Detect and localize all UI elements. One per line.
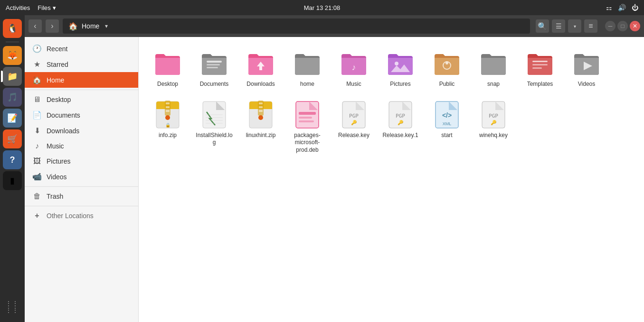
- window-maximize-button[interactable]: □: [617, 21, 628, 31]
- file-icon-videos: [571, 48, 602, 79]
- files-menu-label: Files: [38, 4, 50, 11]
- menu-button[interactable]: ≡: [584, 19, 597, 33]
- svg-point-34: [258, 115, 263, 120]
- file-icon-desktop: [152, 48, 183, 79]
- sidebar-divider-2: [25, 186, 138, 187]
- power-icon[interactable]: ⏻: [632, 4, 638, 11]
- file-item-packages-deb[interactable]: packages-microsoft-prod.deb: [286, 96, 329, 158]
- search-button[interactable]: 🔍: [536, 19, 549, 33]
- dock-icon-text-editor[interactable]: 📝: [3, 109, 22, 128]
- sidebar-item-starred[interactable]: ★ Starred: [25, 56, 138, 72]
- file-label-documents: Documents: [200, 81, 229, 88]
- dock-icon-help[interactable]: ?: [3, 150, 22, 169]
- file-item-start[interactable]: </> XML start: [426, 96, 468, 158]
- view-arrow-button[interactable]: ▾: [568, 19, 581, 33]
- file-icon-snap: [478, 48, 509, 79]
- location-home-icon: 🏠: [68, 22, 78, 31]
- dock-icon-software[interactable]: 🛒: [3, 129, 22, 148]
- location-bar[interactable]: 🏠 Home ▾: [63, 18, 530, 34]
- sidebar-item-downloads[interactable]: ⬇ Downloads: [25, 123, 138, 138]
- window-close-button[interactable]: ✕: [630, 21, 640, 31]
- svg-rect-36: [299, 112, 316, 115]
- sidebar-item-documents[interactable]: 📄 Documents: [25, 107, 138, 123]
- location-text: Home: [82, 22, 99, 30]
- file-label-info-zip: info.zip: [159, 132, 177, 139]
- svg-text:🔒: 🔒: [165, 122, 171, 128]
- sidebar-item-music[interactable]: ♪ Music: [25, 138, 138, 154]
- svg-text:🔑: 🔑: [491, 120, 497, 126]
- activities-button[interactable]: Activities: [6, 4, 30, 11]
- file-area: Desktop Docum: [139, 37, 644, 322]
- svg-text:🔑: 🔑: [398, 120, 404, 126]
- window-titlebar: ‹ › 🏠 Home ▾ 🔍 ☰ ▾ ≡ ─ □ ✕: [25, 15, 644, 37]
- file-item-info-zip[interactable]: 🔒 info.zip: [146, 96, 189, 158]
- svg-rect-31: [259, 102, 263, 104]
- forward-button[interactable]: ›: [46, 19, 59, 33]
- file-item-music[interactable]: ♪ Music: [332, 45, 375, 92]
- desktop-icon: 🖥: [32, 95, 42, 104]
- sidebar-item-desktop[interactable]: 🖥 Desktop: [25, 92, 138, 107]
- file-label-home: home: [300, 81, 314, 88]
- sidebar-item-downloads-label: Downloads: [47, 127, 79, 135]
- location-dropdown-button[interactable]: ▾: [105, 23, 108, 29]
- svg-rect-2: [207, 67, 218, 68]
- dock-icon-ubuntu[interactable]: 🐧: [3, 19, 22, 38]
- file-icon-templates: [525, 48, 555, 79]
- file-item-public[interactable]: Public: [426, 45, 468, 92]
- sidebar-item-recent[interactable]: 🕐 Recent: [25, 41, 138, 56]
- sidebar-item-other-locations[interactable]: + Other Locations: [25, 208, 138, 223]
- file-grid: Desktop Docum: [146, 45, 636, 157]
- dock-icon-firefox[interactable]: 🦊: [3, 46, 22, 65]
- file-label-start: start: [441, 132, 452, 139]
- back-button[interactable]: ‹: [28, 19, 42, 33]
- sound-icon[interactable]: 🔊: [618, 4, 626, 11]
- file-label-templates: Templates: [527, 81, 553, 88]
- dock-icon-terminal[interactable]: ▮: [3, 171, 22, 190]
- file-icon-start: </> XML: [432, 100, 462, 130]
- svg-rect-11: [532, 67, 542, 69]
- svg-rect-10: [532, 64, 548, 65]
- sidebar-item-videos-label: Videos: [47, 173, 67, 181]
- file-item-linuxhint-zip[interactable]: linuxhint.zip: [239, 96, 282, 158]
- sidebar-item-desktop-label: Desktop: [47, 96, 71, 103]
- file-item-release-key[interactable]: PGP 🔑 Release.key: [332, 96, 375, 158]
- sidebar-item-trash[interactable]: 🗑 Trash: [25, 189, 138, 204]
- svg-rect-9: [532, 61, 548, 62]
- files-menu[interactable]: Files ▾: [38, 4, 56, 11]
- svg-point-5: [395, 62, 398, 65]
- svg-rect-1: [207, 64, 220, 65]
- network-icon[interactable]: ⚏: [606, 4, 612, 11]
- videos-icon: 📹: [32, 172, 42, 181]
- file-item-templates[interactable]: Templates: [519, 45, 561, 92]
- file-item-snap[interactable]: snap: [472, 45, 515, 92]
- file-item-release-key-1[interactable]: PGP 🔑 Release.key.1: [379, 96, 422, 158]
- svg-text:PGP: PGP: [349, 113, 359, 119]
- svg-rect-18: [166, 106, 170, 108]
- file-item-installshield-log[interactable]: InstallShield.log: [193, 96, 236, 158]
- file-item-documents[interactable]: Documents: [193, 45, 236, 92]
- file-manager-window: ‹ › 🏠 Home ▾ 🔍 ☰ ▾ ≡ ─ □ ✕: [25, 15, 644, 322]
- svg-rect-38: [299, 120, 314, 122]
- file-item-winehq-key[interactable]: PGP 🔑 winehq.key: [472, 96, 515, 158]
- dock-icon-rhythmbox[interactable]: 🎵: [3, 88, 22, 107]
- svg-text:</>: </>: [442, 111, 452, 119]
- file-item-videos[interactable]: Videos: [565, 45, 608, 92]
- sidebar-item-videos[interactable]: 📹 Videos: [25, 169, 138, 184]
- file-item-home[interactable]: home: [286, 45, 329, 92]
- music-icon: ♪: [32, 142, 42, 150]
- sidebar-divider-1: [25, 90, 138, 90]
- file-item-pictures[interactable]: Pictures: [379, 45, 422, 92]
- svg-rect-33: [259, 110, 263, 112]
- sidebar-item-pictures[interactable]: 🖼 Pictures: [25, 154, 138, 169]
- downloads-icon: ⬇: [32, 126, 42, 135]
- view-button[interactable]: ☰: [552, 19, 565, 33]
- sidebar-item-home[interactable]: 🏠 Home: [25, 72, 138, 88]
- window-minimize-button[interactable]: ─: [605, 21, 616, 31]
- file-label-winehq-key: winehq.key: [479, 132, 508, 139]
- dock-icon-files[interactable]: 📁: [3, 67, 22, 86]
- file-icon-downloads: [246, 48, 276, 79]
- file-icon-documents: [199, 48, 229, 79]
- file-item-desktop[interactable]: Desktop: [146, 45, 189, 92]
- file-item-downloads[interactable]: Downloads: [239, 45, 282, 92]
- dock-apps-button[interactable]: ⋮⋮⋮⋮: [3, 297, 22, 316]
